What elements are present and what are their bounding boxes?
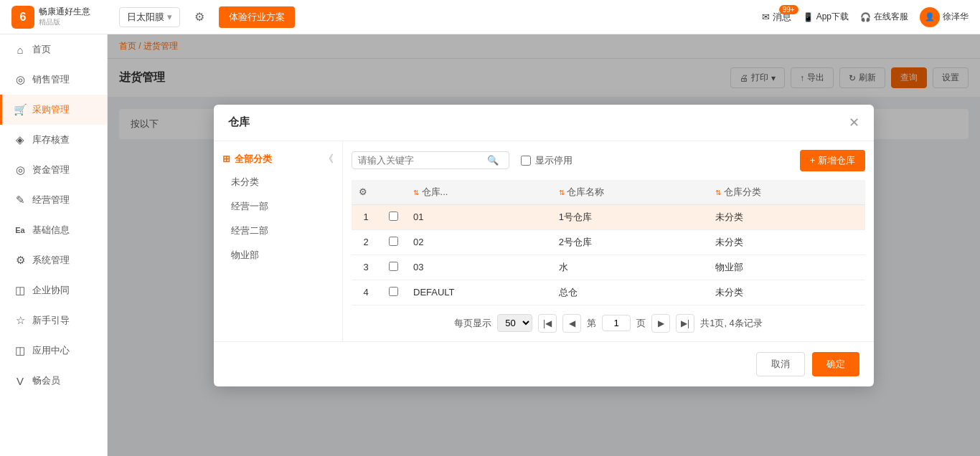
cancel-button[interactable]: 取消 (756, 352, 805, 376)
main-layout: ⌂ 首页 ◎ 销售管理 🛒 采购管理 ◈ 库存核查 ◎ 资金管理 ✎ 经营管理 … (0, 34, 980, 456)
th-category[interactable]: ⇅ 仓库分类 (708, 180, 865, 205)
row-checkbox[interactable] (380, 204, 406, 229)
search-input[interactable] (358, 155, 487, 166)
avatar: 👤 (920, 7, 940, 27)
sidebar-item-operation[interactable]: ✎ 经营管理 (0, 185, 107, 215)
page-input[interactable]: 1 (602, 315, 631, 331)
table-header: ⚙ ⇅ 仓库... ⇅ 仓库名称 (352, 180, 865, 205)
dialog-body: ⊞ 全部分类 《 未分类 经营一部 经营二部 物业部 (214, 141, 874, 341)
user-menu[interactable]: 👤 徐泽华 (920, 7, 969, 27)
last-page-button[interactable]: ▶| (676, 314, 694, 333)
sidebar-item-purchase[interactable]: 🛒 采购管理 (0, 95, 107, 125)
sidebar-item-system[interactable]: ⚙ 系统管理 (0, 245, 107, 275)
sidebar-label-member: 畅会员 (32, 374, 60, 387)
show-disabled-label[interactable]: 显示停用 (521, 154, 573, 167)
sidebar-item-sales[interactable]: ◎ 销售管理 (0, 65, 107, 95)
th-settings[interactable]: ⚙ (352, 180, 380, 205)
message-icon: ✉ (762, 11, 770, 22)
row-code: 02 (406, 229, 552, 255)
sidebar-label-system: 系统管理 (32, 254, 70, 267)
warehouse-dialog: 仓库 ✕ ⊞ 全部分类 《 未分类 (214, 105, 874, 386)
show-disabled-checkbox[interactable] (521, 156, 531, 166)
sidebar-label-home: 首页 (32, 43, 51, 56)
category-item-dept1[interactable]: 经营一部 (214, 194, 342, 219)
appcenter-icon: ◫ (14, 344, 27, 357)
trial-button[interactable]: 体验行业方案 (219, 6, 295, 28)
table-body: 1 01 1号仓库 未分类 2 02 2 (352, 204, 865, 305)
logo-main: 畅康通好生意 (39, 6, 90, 18)
sidebar-item-guide[interactable]: ☆ 新手引导 (0, 305, 107, 336)
dialog-title: 仓库 (228, 115, 250, 129)
per-page-label: 每页显示 (454, 317, 491, 330)
operation-icon: ✎ (14, 194, 27, 206)
table-row[interactable]: 4 DEFAULT 总仓 未分类 (352, 280, 865, 305)
system-icon: ⚙ (14, 254, 27, 267)
table-row[interactable]: 2 02 2号仓库 未分类 (352, 229, 865, 255)
row-no: 3 (352, 255, 380, 280)
category-panel: ⊞ 全部分类 《 未分类 经营一部 经营二部 物业部 (214, 141, 343, 341)
row-checkbox[interactable] (380, 255, 406, 280)
notification-button[interactable]: ✉ 消息 99+ (762, 11, 791, 24)
category-item-unclassified[interactable]: 未分类 (214, 170, 342, 194)
logo: 6 畅康通好生意 精品版 (11, 6, 119, 29)
close-button[interactable]: ✕ (849, 115, 859, 130)
base-icon: Ea (14, 224, 27, 237)
dialog-footer: 取消 确定 (214, 341, 874, 386)
settings-icon[interactable]: ⚙ (189, 6, 210, 28)
row-no: 4 (352, 280, 380, 305)
sidebar-item-finance[interactable]: ◎ 资金管理 (0, 155, 107, 185)
sidebar-item-home[interactable]: ⌂ 首页 (0, 34, 107, 65)
th-code[interactable]: ⇅ 仓库... (406, 180, 552, 205)
notif-badge: 99+ (779, 5, 798, 14)
search-box: 🔍 (352, 151, 509, 169)
sidebar-item-base[interactable]: Ea 基础信息 (0, 215, 107, 245)
row-category: 物业部 (708, 255, 865, 280)
category-item-property[interactable]: 物业部 (214, 243, 342, 267)
first-page-button[interactable]: |◀ (538, 314, 557, 333)
sidebar-item-enterprise[interactable]: ◫ 企业协同 (0, 275, 107, 305)
home-icon: ⌂ (14, 43, 27, 56)
store-name: 日太阳膜 (127, 11, 164, 24)
sidebar-label-guide: 新手引导 (32, 314, 70, 327)
next-page-button[interactable]: ▶ (651, 314, 670, 333)
sales-icon: ◎ (14, 73, 27, 86)
search-icon[interactable]: 🔍 (487, 155, 499, 166)
sidebar-label-finance: 资金管理 (32, 163, 70, 176)
sidebar-item-appcenter[interactable]: ◫ 应用中心 (0, 336, 107, 366)
category-item-dept2[interactable]: 经营二部 (214, 219, 342, 243)
row-no: 2 (352, 229, 380, 255)
sort-icon: ⇅ (413, 189, 419, 196)
row-category: 未分类 (708, 204, 865, 229)
sidebar-item-member[interactable]: V 畅会员 (0, 366, 107, 396)
pagination: 每页显示 50 |◀ ◀ 第 1 页 ▶ ▶| 共1页, 4条记录 (352, 314, 865, 333)
sidebar-label-sales: 销售管理 (32, 73, 70, 86)
collapse-icon[interactable]: 《 (324, 153, 334, 166)
main-content: 首页 / 进货管理 进货管理 🖨 打印 ▾ ↑ 导出 ↻ 刷新 (108, 34, 980, 456)
confirm-button[interactable]: 确定 (812, 352, 859, 376)
grid-icon: ⊞ (222, 153, 230, 164)
guide-icon: ☆ (14, 314, 27, 327)
all-categories-button[interactable]: ⊞ 全部分类 (222, 153, 272, 166)
logo-sub: 精品版 (39, 17, 90, 27)
table-row[interactable]: 3 03 水 物业部 (352, 255, 865, 280)
sidebar-label-operation: 经营管理 (32, 194, 70, 206)
store-selector[interactable]: 日太阳膜 ▾ (119, 7, 180, 27)
enterprise-icon: ◫ (14, 284, 27, 297)
per-page-select[interactable]: 50 (497, 314, 532, 332)
sidebar-label-inventory: 库存核查 (32, 133, 70, 146)
row-checkbox[interactable] (380, 280, 406, 305)
sidebar-item-inventory[interactable]: ◈ 库存核查 (0, 125, 107, 155)
page-suffix: 页 (636, 317, 646, 330)
user-name: 徐泽华 (943, 11, 969, 23)
customer-service-button[interactable]: 🎧 在线客服 (860, 11, 908, 23)
app-download-button[interactable]: 📱 App下载 (803, 11, 849, 23)
row-checkbox[interactable] (380, 229, 406, 255)
th-name[interactable]: ⇅ 仓库名称 (552, 180, 709, 205)
add-warehouse-button[interactable]: + 新增仓库 (800, 150, 865, 171)
inventory-icon: ◈ (14, 133, 27, 146)
table-row[interactable]: 1 01 1号仓库 未分类 (352, 204, 865, 229)
row-name: 2号仓库 (552, 229, 709, 255)
sidebar-label-base: 基础信息 (32, 224, 70, 237)
finance-icon: ◎ (14, 163, 27, 176)
prev-page-button[interactable]: ◀ (562, 314, 581, 333)
